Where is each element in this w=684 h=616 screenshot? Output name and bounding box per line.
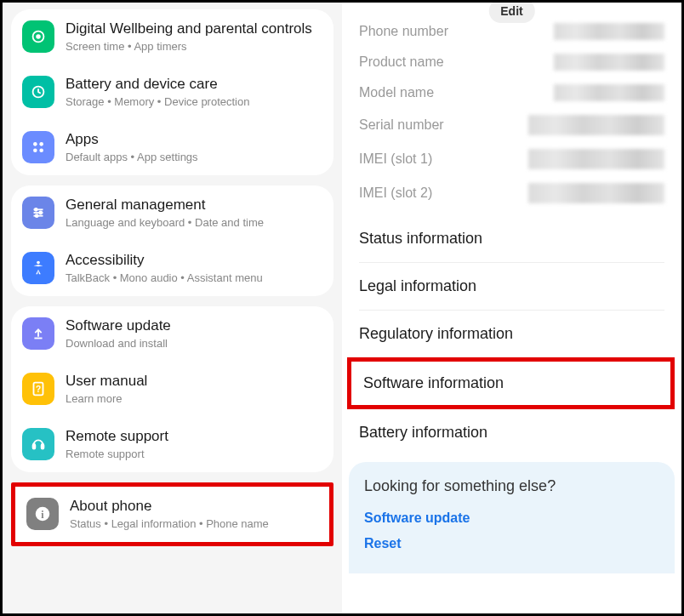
svg-rect-18 [42,444,44,449]
menu-software-info[interactable]: Software information [351,362,670,405]
menu-regulatory-info[interactable]: Regulatory information [359,311,664,357]
row-title: Digital Wellbeing and parental controls [66,20,322,37]
row-title: Battery and device care [66,76,322,93]
info-label: Phone number [359,24,448,39]
info-product-name[interactable]: Product name [359,47,664,77]
row-title: Remote support [66,428,322,445]
redacted-value [528,149,664,169]
suggestions-title: Looking for something else? [364,477,659,495]
row-subtitle: Status • Legal information • Phone name [70,517,318,531]
about-menu-section-2: Battery information [342,409,681,456]
remote-support-icon [22,428,54,460]
info-model-name[interactable]: Model name [359,77,664,108]
wellbeing-icon [22,20,54,53]
apps-icon [22,131,54,163]
row-subtitle: Remote support [66,448,322,461]
battery-care-icon [22,76,54,108]
settings-about-phone[interactable]: i About phone Status • Legal information… [15,487,329,542]
svg-point-13 [37,261,40,265]
suggestions-card: Looking for something else? Software upd… [349,462,675,573]
suggestion-software-update[interactable]: Software update [364,505,659,531]
highlight-about-phone: i About phone Status • Legal information… [11,482,333,546]
redacted-value [528,183,664,203]
settings-group-3: Software update Download and install ? U… [11,306,333,472]
redacted-value [554,54,664,71]
settings-group-1: Digital Wellbeing and parental controls … [11,9,333,175]
svg-point-12 [36,215,38,218]
row-subtitle: Learn more [66,392,322,406]
settings-group-2: General management Language and keyboard… [11,185,333,296]
settings-list-panel: Digital Wellbeing and parental controls … [3,3,342,613]
svg-text:?: ? [36,385,41,394]
svg-rect-17 [33,444,36,449]
settings-accessibility[interactable]: Accessibility TalkBack • Mono audio • As… [11,241,333,296]
row-subtitle: TalkBack • Mono audio • Assistant menu [66,271,322,285]
row-title: About phone [70,498,318,515]
row-title: Apps [66,131,322,148]
svg-point-11 [39,212,42,214]
software-update-icon [22,317,54,350]
accessibility-icon [22,252,54,284]
row-subtitle: Storage • Memory • Device protection [66,95,322,109]
about-phone-panel: Edit Phone number Product name Model nam… [342,3,681,613]
settings-wellbeing[interactable]: Digital Wellbeing and parental controls … [11,9,333,65]
settings-remote-support[interactable]: Remote support Remote support [11,417,333,472]
about-menu-section: Status information Legal information Reg… [342,215,681,357]
row-subtitle: Download and install [66,337,322,351]
svg-point-3 [33,142,37,146]
menu-battery-info[interactable]: Battery information [359,409,664,456]
device-info-section: Phone number Product name Model name Ser… [342,3,681,215]
info-imei-1[interactable]: IMEI (slot 1) [359,142,664,176]
svg-point-10 [35,208,37,211]
menu-legal-info[interactable]: Legal information [359,263,664,311]
about-phone-icon: i [26,498,59,530]
svg-point-4 [39,142,43,146]
highlight-software-info: Software information [347,357,675,409]
row-title: General management [66,197,322,214]
settings-software-update[interactable]: Software update Download and install [11,306,333,362]
row-subtitle: Default apps • App settings [66,151,322,164]
menu-status-info[interactable]: Status information [359,215,664,263]
info-label: IMEI (slot 1) [359,151,432,167]
redacted-value [554,84,664,101]
settings-apps[interactable]: Apps Default apps • App settings [11,120,333,175]
svg-point-5 [33,149,37,153]
user-manual-icon: ? [22,373,54,405]
row-subtitle: Language and keyboard • Date and time [66,216,322,230]
settings-battery[interactable]: Battery and device care Storage • Memory… [11,65,333,120]
row-title: User manual [66,373,322,390]
info-label: IMEI (slot 2) [359,185,432,201]
row-subtitle: Screen time • App timers [66,40,322,54]
info-label: Serial number [359,117,444,133]
info-label: Model name [359,85,434,100]
redacted-value [554,23,664,40]
settings-user-manual[interactable]: ? User manual Learn more [11,362,333,417]
info-serial-number[interactable]: Serial number [359,108,664,142]
general-icon [22,197,54,229]
suggestion-reset[interactable]: Reset [364,531,659,556]
svg-point-6 [39,149,43,153]
edit-button[interactable]: Edit [488,3,534,23]
info-label: Product name [359,54,444,70]
info-imei-2[interactable]: IMEI (slot 2) [359,176,664,210]
row-title: Software update [66,317,322,334]
redacted-value [528,115,664,135]
settings-general[interactable]: General management Language and keyboard… [11,185,333,241]
svg-point-1 [36,35,41,40]
row-title: Accessibility [66,252,322,269]
